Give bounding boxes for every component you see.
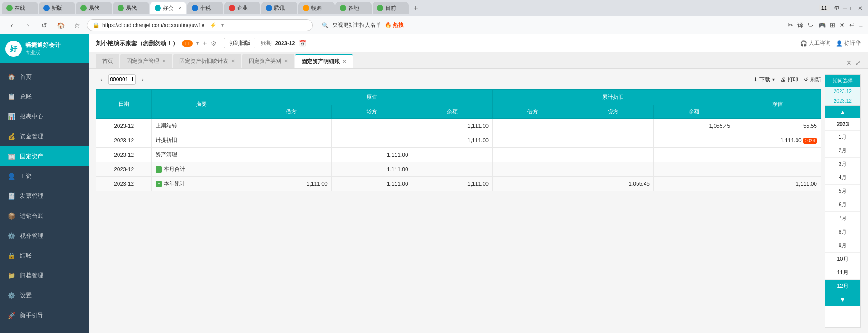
browser-tab-online[interactable]: 在线 [2, 2, 38, 14]
close-window-icon[interactable]: ✕ [858, 5, 863, 12]
period-scroll-up[interactable]: ▲ [825, 106, 860, 118]
dropdown-icon[interactable]: ▾ [196, 40, 199, 47]
period-month-item[interactable]: 8月 [825, 225, 860, 239]
period-month-item[interactable]: 5月 [825, 185, 860, 198]
browser-tab-yidai1[interactable]: 易代 [76, 2, 112, 14]
scissors-icon[interactable]: ✂ [788, 22, 793, 28]
dropdown-arrow: ▾ [772, 76, 775, 83]
address-input[interactable]: 🔒 https://cloud.chanjet.com/accounting/u… [87, 19, 313, 31]
support-button[interactable]: 🎧 人工咨询 [800, 39, 830, 47]
back-button[interactable]: ‹ [5, 19, 18, 32]
period-month-item[interactable]: 1月 [825, 131, 860, 144]
calendar-icon[interactable]: 📅 [299, 40, 306, 47]
tab-close-icon[interactable]: ✕ [178, 5, 182, 11]
grid-icon[interactable]: ⊞ [830, 22, 835, 28]
browser-tab-yidai2[interactable]: 易代 [113, 2, 149, 14]
browser-tab-haohui[interactable]: 好会 ✕ [150, 2, 186, 14]
sidebar-item-guide[interactable]: 🚀 新手引导 [0, 305, 89, 325]
period-month-item[interactable]: 4月 [825, 171, 860, 185]
browser-tab-chang[interactable]: 畅购 [298, 2, 335, 14]
sidebar-item-label: 新手引导 [20, 311, 43, 319]
reload-button[interactable]: ↺ [38, 19, 51, 32]
sidebar-item-invoice[interactable]: 🧾 发票管理 [0, 186, 89, 206]
asset-detail-table: 日期 摘要 原值 累计折旧 净值 借方 贷方 余额 借方 贷方 余额 [96, 89, 821, 191]
collapse-panel-icon[interactable]: ✕ [846, 59, 852, 66]
browser-tab-tencent[interactable]: 腾讯 [261, 2, 297, 14]
cell-accum-credit [573, 148, 653, 162]
refresh-button[interactable]: ↺ 刷新 [804, 76, 821, 84]
page-number-display[interactable] [108, 74, 136, 85]
add-account-button[interactable]: + [203, 39, 207, 47]
tab-asset-category[interactable]: 固定资产类别 ✕ [242, 54, 294, 68]
browser-tab-gedi[interactable]: 各地 [335, 2, 372, 14]
sidebar-item-report[interactable]: 📊 报表中心 [0, 107, 89, 127]
download-button[interactable]: ⬇ 下载 ▾ [753, 76, 775, 84]
search-text: 央视更新主持人名单 [332, 21, 381, 29]
home-button[interactable]: 🏠 [54, 19, 67, 32]
translate-icon[interactable]: 译 [797, 21, 803, 29]
browser-tab-mubiao[interactable]: 目前 [373, 2, 409, 14]
settings-icon: ⚙️ [7, 291, 15, 300]
tab-close-icon[interactable]: ✕ [231, 58, 235, 64]
period-month-active[interactable]: 12月 [825, 280, 860, 293]
cell-summary: 上期结转 [152, 119, 251, 133]
sidebar-item-assets[interactable]: 🏢 固定资产 [0, 146, 89, 166]
period-month-item[interactable]: 2月 [825, 144, 860, 158]
period-month-item[interactable]: 7月 [825, 212, 860, 225]
maximize-icon[interactable]: □ [850, 5, 854, 12]
sidebar-item-archive[interactable]: 📁 归档管理 [0, 266, 89, 286]
tab-close-icon[interactable]: ✕ [342, 59, 346, 65]
restore-window-icon[interactable]: 🗗 [833, 5, 839, 12]
browser-tab-new[interactable]: 新版 [39, 2, 75, 14]
prev-page-button[interactable]: ‹ [96, 74, 107, 85]
sidebar-item-settings[interactable]: ⚙️ 设置 [0, 286, 89, 305]
tab-asset-detail[interactable]: 固定资产明细账 ✕ [295, 54, 353, 68]
version-btn[interactable]: 切到旧版 [224, 38, 255, 48]
sidebar-item-label: 固定资产 [20, 152, 43, 160]
period-month-item[interactable]: 9月 [825, 239, 860, 253]
game-icon[interactable]: 🎮 [818, 22, 826, 28]
page-navigation: ‹ › [96, 74, 148, 85]
cell-orig-debit: 1,111.00 [251, 177, 331, 191]
tab-close-icon[interactable]: ✕ [284, 58, 288, 64]
expand-panel-icon[interactable]: ⤢ [855, 59, 861, 66]
shield-icon[interactable]: 🛡 [808, 22, 814, 28]
settings-account-button[interactable]: ⚙ [211, 40, 217, 47]
print-button[interactable]: 🖨 打印 [780, 76, 798, 84]
menu-icon[interactable]: ≡ [859, 22, 863, 28]
new-tab-button[interactable]: + [410, 2, 422, 14]
forward-button[interactable]: › [22, 19, 34, 32]
tab-fixed-asset-mgmt[interactable]: 固定资产管理 ✕ [120, 54, 172, 68]
tab-favicon [266, 5, 272, 11]
period-month-item[interactable]: 11月 [825, 266, 860, 280]
dropdown-icon[interactable]: ▾ [221, 22, 224, 28]
tab-favicon [43, 5, 50, 11]
table-row: 2023-12 +本月合计 1,111.00 [96, 162, 821, 177]
cell-net [734, 162, 821, 177]
sidebar-item-close[interactable]: 🔒 结账 [0, 246, 89, 266]
browser-tab-geshui[interactable]: 个税 [187, 2, 223, 14]
undo-icon[interactable]: ↩ [849, 22, 854, 28]
period-month-item[interactable]: 3月 [825, 158, 860, 171]
minimize-icon[interactable]: ─ [843, 5, 847, 12]
sidebar-item-ledger[interactable]: 📋 总账 [0, 87, 89, 107]
user-button[interactable]: 👤 徐译华 [836, 39, 861, 47]
tab-depreciation-stats[interactable]: 固定资产折旧统计表 ✕ [173, 54, 241, 68]
cell-accum-balance [654, 148, 734, 162]
period-scroll-down[interactable]: ▼ [825, 293, 860, 306]
sidebar-item-home[interactable]: 🏠 首页 [0, 67, 89, 87]
next-page-button[interactable]: › [137, 74, 148, 85]
sidebar-item-fund[interactable]: 💰 资金管理 [0, 127, 89, 146]
period-month-item[interactable]: 6月 [825, 198, 860, 212]
tab-close-icon[interactable]: ✕ [162, 58, 166, 64]
tab-favicon [118, 5, 124, 11]
sidebar-item-salary[interactable]: 👤 工资 [0, 166, 89, 186]
period-month-item[interactable]: 10月 [825, 253, 860, 266]
sidebar-item-inventory[interactable]: 📦 进销台账 [0, 206, 89, 226]
browser-tab-qiye[interactable]: 企业 [224, 2, 260, 14]
sidebar-item-tax[interactable]: ⚙️ 税务管理 [0, 226, 89, 246]
tab-home[interactable]: 首页 [96, 54, 119, 68]
bookmark-button[interactable]: ☆ [71, 19, 83, 32]
sun-icon[interactable]: ☀ [840, 22, 845, 28]
cell-accum-balance [654, 133, 734, 148]
